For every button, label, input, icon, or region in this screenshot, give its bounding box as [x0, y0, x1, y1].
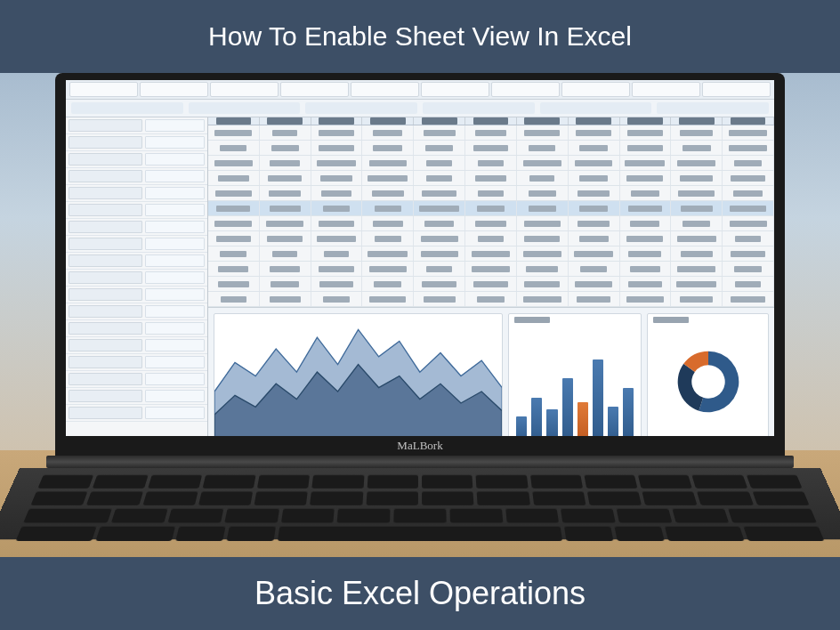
keyboard-key — [746, 474, 802, 488]
keyboard-key — [95, 526, 175, 541]
top-banner: How To Enable Sheet View In Excel — [0, 0, 840, 73]
keyboard-key — [175, 526, 226, 541]
ribbon-tab — [140, 82, 208, 97]
keyboard-key — [743, 526, 824, 541]
workspace — [66, 117, 774, 436]
keyboard-key — [224, 508, 279, 522]
toolbar-group — [657, 102, 769, 114]
keyboard-key — [198, 491, 254, 505]
keyboard-key — [312, 474, 365, 488]
keyboard-key — [366, 491, 418, 505]
bar-chart — [508, 313, 642, 436]
keyboard-key — [561, 508, 616, 522]
ribbon-tabs — [66, 80, 774, 100]
left-row — [66, 236, 207, 253]
table-row — [208, 262, 774, 277]
keyboard-key — [665, 526, 745, 541]
ribbon-tab — [351, 82, 419, 97]
ribbon-tab — [421, 82, 489, 97]
table-row — [208, 125, 774, 141]
keyboard-key — [584, 474, 637, 488]
table-row — [208, 277, 774, 292]
right-pane — [208, 117, 774, 436]
keyboard-key — [30, 491, 87, 505]
table-row — [208, 171, 774, 186]
keyboard-key — [587, 491, 642, 505]
keyboard-key — [280, 508, 335, 522]
left-row — [66, 117, 207, 134]
ribbon-tab — [69, 82, 138, 97]
table-row — [208, 216, 774, 231]
laptop-brand-label: MaLBork — [397, 439, 442, 453]
left-row — [66, 219, 207, 236]
laptop-hinge — [46, 456, 794, 468]
table-row — [208, 201, 774, 216]
table-row — [208, 231, 774, 246]
left-row — [66, 168, 207, 185]
keyboard-key — [111, 508, 168, 522]
table-row — [208, 141, 774, 156]
laptop: MaLBork — [55, 73, 785, 557]
keyboard-key — [752, 491, 809, 505]
keyboard-key — [692, 474, 747, 488]
left-row — [66, 134, 207, 151]
left-row — [66, 270, 207, 287]
chart-title-blob — [653, 317, 689, 323]
keyboard-key — [697, 491, 753, 505]
ribbon-tab — [491, 82, 560, 97]
table-row — [208, 246, 774, 262]
toolbar-group — [540, 102, 652, 114]
ribbon-tab — [632, 82, 700, 97]
laptop-screen — [66, 80, 774, 436]
keyboard-key — [142, 491, 198, 505]
keyboard-key — [168, 508, 224, 522]
left-row — [66, 405, 207, 422]
chart-title-blob — [514, 317, 550, 323]
left-row — [66, 320, 207, 337]
left-row — [66, 371, 207, 388]
keyboard-key — [505, 508, 560, 522]
keyboard-key — [449, 508, 503, 522]
keyboard-key — [86, 491, 142, 505]
toolbar-group — [189, 102, 301, 114]
keyboard-key — [23, 508, 112, 522]
hero-photo: MaLBork — [0, 73, 840, 557]
donut-chart — [647, 313, 769, 436]
keyboard-key — [529, 474, 582, 488]
left-row — [66, 388, 207, 405]
left-row — [66, 202, 207, 219]
keyboard-key — [642, 491, 697, 505]
left-row — [66, 303, 207, 320]
toolbar-group — [71, 102, 183, 114]
keyboard-key — [257, 474, 310, 488]
left-row — [66, 151, 207, 168]
keyboard-key — [226, 526, 276, 541]
keyboard-key — [422, 474, 473, 488]
left-row — [66, 185, 207, 202]
keyboard-key — [617, 508, 673, 522]
keyboard-key — [310, 491, 363, 505]
keyboard-key — [672, 508, 729, 522]
bottom-banner-text: Basic Excel Operations — [254, 575, 586, 612]
ribbon-toolbar — [66, 100, 774, 117]
keyboard-key — [638, 474, 692, 488]
keyboard-key — [532, 491, 586, 505]
keyboard-key — [202, 474, 255, 488]
ribbon-tab — [702, 82, 771, 97]
laptop-screen-bezel: MaLBork — [55, 73, 785, 456]
ribbon-tab — [561, 82, 630, 97]
left-row — [66, 253, 207, 270]
charts-row — [208, 307, 774, 436]
keyboard-key — [422, 491, 474, 505]
keyboard-key — [254, 491, 309, 505]
laptop-keyboard — [0, 468, 840, 539]
table-row — [208, 186, 774, 201]
bottom-banner: Basic Excel Operations — [0, 557, 840, 630]
keyboard-key — [614, 526, 665, 541]
toolbar-group — [305, 102, 417, 114]
keyboard-key — [393, 508, 446, 522]
grid-header — [208, 117, 774, 125]
keyboard-key — [278, 526, 562, 541]
toolbar-group — [423, 102, 535, 114]
keyboard-key — [477, 491, 530, 505]
